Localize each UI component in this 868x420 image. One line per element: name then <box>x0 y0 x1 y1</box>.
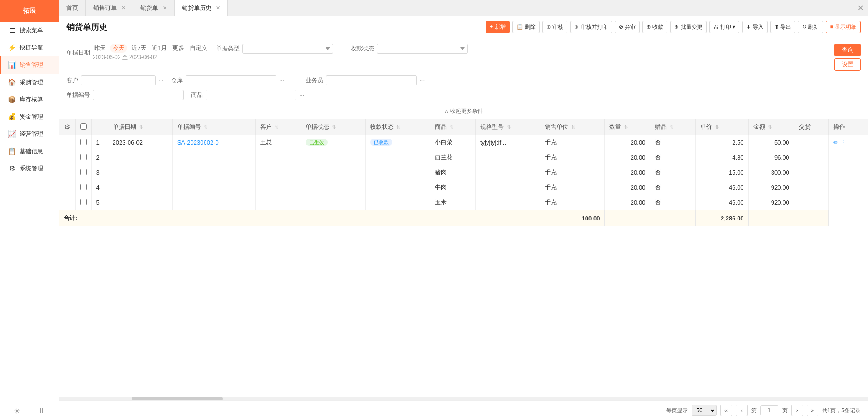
col-gear[interactable]: ⚙ <box>59 119 75 135</box>
sidebar-item-operations[interactable]: 📈 经营管理 <box>0 125 59 143</box>
select-all-checkbox[interactable] <box>80 123 87 130</box>
edit-action[interactable]: ✏ <box>833 139 838 146</box>
export-button[interactable]: ⬆ 导出 <box>770 21 795 33</box>
scrollbar-thumb[interactable] <box>132 397 223 400</box>
doc-status-badge: 已生效 <box>306 139 328 146</box>
col-customer[interactable]: 客户 ⇅ <box>255 119 301 135</box>
doc-no-input[interactable] <box>93 90 184 100</box>
sidebar-item-sales-mgmt[interactable]: 📊 销售管理 <box>0 56 59 74</box>
tab-sales-delivery[interactable]: 销货单 ✕ <box>133 0 175 16</box>
sidebar-logo: 拓展 <box>0 0 59 22</box>
spec-cell <box>476 150 540 165</box>
row-checkbox[interactable] <box>80 154 87 160</box>
abandon-button[interactable]: ⊘ 弃审 <box>615 21 640 33</box>
tab-home[interactable]: 首页 <box>59 0 86 16</box>
sidebar-item-purchase-mgmt[interactable]: 🏠 采购管理 <box>0 74 59 91</box>
customer-ellipsis[interactable]: ··· <box>158 77 164 84</box>
date-tab-7days[interactable]: 近7天 <box>130 44 148 53</box>
payment-status-label: 收款状态 <box>351 45 374 53</box>
import-button[interactable]: ⬇ 导入 <box>742 21 767 33</box>
col-spec[interactable]: 规格型号 ⇅ <box>476 119 540 135</box>
horizontal-scrollbar[interactable] <box>59 397 868 400</box>
refresh-button[interactable]: ↻ 刷新 <box>798 21 823 33</box>
filter-area: 单据日期 昨天 今天 近7天 近1月 更多 自定义 2023-06-02 至 2… <box>59 38 868 119</box>
actions-cell <box>828 165 868 180</box>
doc-no-cell[interactable]: SA-20230602-0 <box>172 135 255 150</box>
date-tab-more[interactable]: 更多 <box>171 44 186 53</box>
per-page-select[interactable]: 50 100 <box>692 405 717 416</box>
date-tab-1month[interactable]: 近1月 <box>151 44 168 53</box>
tab-sales-order-close[interactable]: ✕ <box>121 5 125 11</box>
delete-button[interactable]: 📋 删除 <box>512 21 540 33</box>
staff-ellipsis[interactable]: ··· <box>420 77 425 84</box>
col-unit-price[interactable]: 单价 ⇅ <box>696 119 748 135</box>
warehouse-ellipsis[interactable]: ··· <box>279 77 285 84</box>
more-action[interactable]: ⋮ <box>840 139 846 146</box>
tab-sales-delivery-history[interactable]: 销货单历史 ✕ <box>175 0 228 16</box>
doc-date-cell <box>108 150 172 165</box>
row-checkbox[interactable] <box>80 169 87 175</box>
page-label-before: 第 <box>751 407 757 415</box>
next-page-button[interactable]: › <box>791 405 803 416</box>
column-settings-icon[interactable]: ⚙ <box>64 123 70 130</box>
col-doc-date[interactable]: 单据日期 ⇅ <box>108 119 172 135</box>
row-checkbox-cell[interactable] <box>75 135 91 150</box>
date-tab-yesterday[interactable]: 昨天 <box>93 44 107 53</box>
sidebar-item-basic-info[interactable]: 📋 基础信息 <box>0 143 59 160</box>
print-button[interactable]: 🖨 打印 ▾ <box>709 21 740 33</box>
row-checkbox-cell[interactable] <box>75 165 91 180</box>
sidebar-item-finance[interactable]: 💰 资金管理 <box>0 108 59 125</box>
collect-button[interactable]: ⊕ 收款 <box>642 21 667 33</box>
batch-change-button[interactable]: ⊕ 批量变更 <box>670 21 706 33</box>
col-payment-status[interactable]: 收款状态 ⇅ <box>365 119 430 135</box>
filter-expand-toggle[interactable]: ∧ 收起更多条件 <box>66 105 861 119</box>
row-checkbox-cell[interactable] <box>75 150 91 165</box>
sidebar-bottom-pause[interactable]: ⏸ <box>38 407 45 415</box>
first-page-button[interactable]: « <box>720 405 732 416</box>
row-checkbox-cell[interactable] <box>75 195 91 210</box>
audit-button[interactable]: ⊙ 审核 <box>542 21 567 33</box>
tab-sales-order[interactable]: 销售订单 ✕ <box>86 0 133 16</box>
staff-input[interactable] <box>326 75 417 85</box>
add-button[interactable]: + 新增 <box>486 21 509 33</box>
row-checkbox[interactable] <box>80 199 87 205</box>
row-checkbox-cell[interactable] <box>75 180 91 195</box>
col-gift[interactable]: 赠品 ⇅ <box>650 119 696 135</box>
doc-type-select[interactable] <box>242 44 333 54</box>
goods-ellipsis[interactable]: ··· <box>299 91 305 99</box>
doc-no-link[interactable]: SA-20230602-0 <box>177 139 219 146</box>
prev-page-button[interactable]: ‹ <box>736 405 748 416</box>
col-quantity[interactable]: 数量 ⇅ <box>605 119 650 135</box>
sidebar-item-search-menu[interactable]: ☰ 搜索菜单 <box>0 22 59 39</box>
filter-doc-no: 单据编号 <box>66 90 184 100</box>
customer-label: 客户 <box>66 76 78 85</box>
sidebar-item-inventory[interactable]: 📦 库存核算 <box>0 91 59 108</box>
tab-sales-delivery-close[interactable]: ✕ <box>163 5 167 11</box>
payment-status-select[interactable] <box>377 44 468 54</box>
col-doc-status[interactable]: 单据状态 ⇅ <box>301 119 365 135</box>
goods-input[interactable] <box>206 90 296 100</box>
display-details-button[interactable]: ■ 显示明细 <box>826 21 861 33</box>
customer-input[interactable] <box>81 75 156 85</box>
row-checkbox[interactable] <box>80 184 87 190</box>
col-sales-unit[interactable]: 销售单位 ⇅ <box>540 119 605 135</box>
tab-sales-delivery-history-close[interactable]: ✕ <box>216 5 220 11</box>
audit-print-button[interactable]: ⊙ 审核并打印 <box>570 21 612 33</box>
date-tab-today[interactable]: 今天 <box>110 44 127 53</box>
col-doc-no[interactable]: 单据编号 ⇅ <box>172 119 255 135</box>
date-tab-custom[interactable]: 自定义 <box>188 44 209 53</box>
row-checkbox[interactable] <box>80 139 87 145</box>
query-button[interactable]: 查询 <box>834 44 861 56</box>
sidebar-item-label: 快捷导航 <box>20 44 43 52</box>
sidebar-bottom-sun[interactable]: ☀ <box>14 407 20 415</box>
warehouse-input[interactable] <box>186 75 276 85</box>
col-goods[interactable]: 商品 ⇅ <box>430 119 476 135</box>
page-number-input[interactable] <box>760 405 778 415</box>
tab-bar-close[interactable]: ✕ <box>858 4 868 12</box>
sidebar-item-quick-nav[interactable]: ⚡ 快捷导航 <box>0 39 59 56</box>
sidebar-item-system[interactable]: ⚙ 系统管理 <box>0 160 59 177</box>
last-page-button[interactable]: » <box>807 405 818 416</box>
page-header: 销货单历史 + 新增 📋 删除 ⊙ 审核 ⊙ 审核并打印 ⊘ 弃审 ⊕ 收款 ⊕… <box>59 16 868 38</box>
col-amount[interactable]: 金额 ⇅ <box>748 119 794 135</box>
set-button[interactable]: 设置 <box>834 58 861 71</box>
